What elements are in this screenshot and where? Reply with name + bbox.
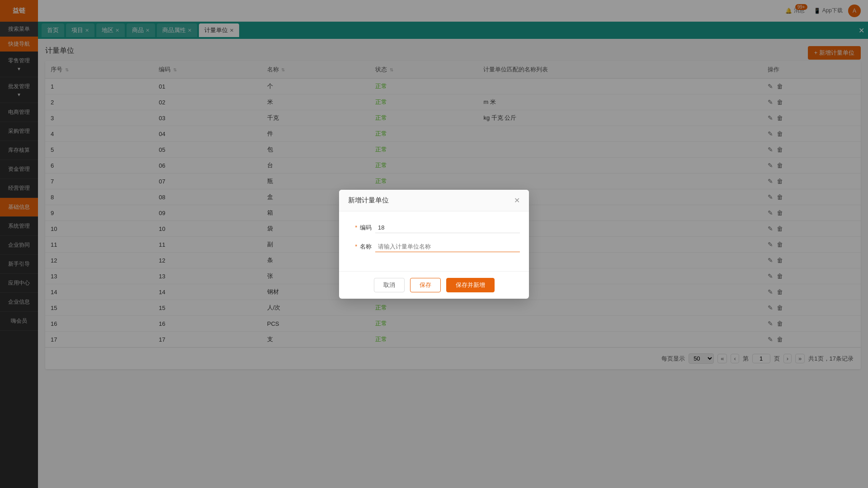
modal-footer: 取消 保存 保存并新增 xyxy=(339,271,529,299)
modal-title: 新增计量单位 xyxy=(348,196,389,205)
code-input[interactable] xyxy=(375,222,520,233)
modal-header: 新增计量单位 ✕ xyxy=(339,190,529,211)
add-unit-modal: 新增计量单位 ✕ * 编码 * 名称 取消 保存 保存并新增 xyxy=(339,190,529,299)
name-label: * 名称 xyxy=(348,243,375,251)
modal-close-btn[interactable]: ✕ xyxy=(514,196,520,205)
name-input[interactable] xyxy=(375,241,520,252)
save-button[interactable]: 保存 xyxy=(410,278,441,292)
name-field-row: * 名称 xyxy=(348,241,520,252)
code-label: * 编码 xyxy=(348,224,375,232)
modal-body: * 编码 * 名称 xyxy=(339,211,529,271)
code-field-row: * 编码 xyxy=(348,222,520,233)
save-and-new-button[interactable]: 保存并新增 xyxy=(446,278,495,292)
required-mark: * xyxy=(355,224,357,231)
code-label-text: 编码 xyxy=(360,224,372,231)
required-mark-2: * xyxy=(355,243,357,250)
name-label-text: 名称 xyxy=(360,243,372,250)
modal-overlay: 新增计量单位 ✕ * 编码 * 名称 取消 保存 保存并新增 xyxy=(0,0,868,488)
cancel-button[interactable]: 取消 xyxy=(374,278,405,292)
